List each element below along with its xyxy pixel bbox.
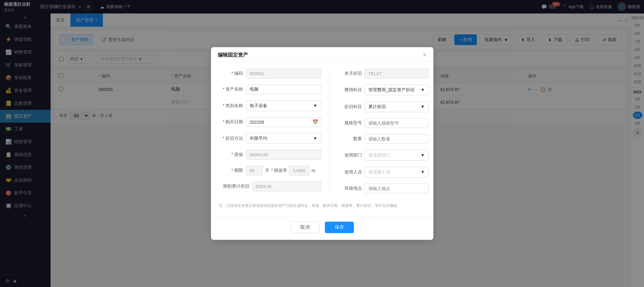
code-input[interactable] <box>246 69 321 78</box>
spec-input[interactable] <box>365 118 429 128</box>
expense-subject-label: 费用科目 <box>338 87 362 93</box>
location-label: 存放地点 <box>338 185 362 191</box>
form-row-monthly-depreciation: 本月折旧 <box>338 69 429 78</box>
residual-rate-input[interactable] <box>289 166 309 176</box>
asset-name-label: * 资产名称 <box>219 86 243 92</box>
modal-note: 注：已经存在变更记录或者对应固定资产已经生成凭证，原值、购买日期、残值率、累计折… <box>219 199 425 210</box>
monthly-depreciation-label: 本月折旧 <box>338 70 362 76</box>
asset-name-input[interactable] <box>246 85 321 94</box>
edit-asset-modal: 编辑固定资产 × * 编码 * 资产名称 <box>211 47 433 240</box>
form-row-quantity: 数量 <box>338 134 429 144</box>
modal-header: 编辑固定资产 × <box>211 47 433 62</box>
chevron-down-icon: ▼ <box>421 169 425 174</box>
quantity-label: 数量 <box>338 136 362 142</box>
form-row-location: 存放地点 <box>338 184 429 193</box>
form-row-depreciation-method: * 折旧方法 年限平均 ▼ <box>219 133 321 144</box>
form-row-period: * 期限 月 * 残值率 % <box>219 166 321 176</box>
form-row-user: 使用人员 请选择人员 ▼ <box>338 167 429 178</box>
chevron-down-icon: ▼ <box>421 104 425 109</box>
category-select[interactable]: 电子设备 ▼ <box>246 100 321 111</box>
form-row-code: * 编码 <box>219 69 321 78</box>
residual-rate-label: * 残值率 <box>271 167 287 173</box>
location-input[interactable] <box>365 184 429 193</box>
modal-body: * 编码 * 资产名称 * 类别名称 电子设备 ▼ <box>211 62 433 217</box>
period-label: * 期限 <box>219 167 243 173</box>
quantity-input[interactable] <box>365 134 429 144</box>
form-row-purchase-date: * 购买日期 📅 <box>219 117 321 127</box>
form-row-initial-depreciation: 期初累计折旧 <box>219 182 321 191</box>
modal-close-btn[interactable]: × <box>423 52 427 58</box>
department-label: 使用部门 <box>338 152 362 158</box>
chevron-down-icon: ▼ <box>421 87 425 92</box>
modal-footer: 取消 保存 <box>211 217 433 240</box>
depreciation-subject-select[interactable]: 累计折旧 ▼ <box>365 101 429 112</box>
initial-depreciation-label: 期初累计折旧 <box>219 183 249 189</box>
form-row-asset-name: * 资产名称 <box>219 85 321 94</box>
form-row-depreciation-subject: 折旧科目 累计折旧 ▼ <box>338 101 429 112</box>
form-row-department: 使用部门 请选择部门 ▼ <box>338 150 429 161</box>
period-unit: 月 <box>265 167 269 173</box>
chevron-down-icon: ▼ <box>313 103 317 108</box>
original-value-input[interactable] <box>246 150 321 160</box>
user-label: 使用人员 <box>338 169 362 175</box>
purchase-date-input[interactable] <box>246 118 310 127</box>
form-row-original-value: * 原值 <box>219 150 321 160</box>
monthly-depreciation-input[interactable] <box>365 69 429 78</box>
period-group: 月 * 残值率 % <box>246 166 321 176</box>
depreciation-subject-label: 折旧科目 <box>338 104 362 110</box>
form-row-expense-subject: 费用科目 管理费用_固定资产折旧 ▼ <box>338 85 429 95</box>
spec-label: 规格型号 <box>338 120 362 126</box>
chevron-down-icon: ▼ <box>313 136 317 141</box>
chevron-down-icon: ▼ <box>421 153 425 158</box>
form-row-spec: 规格型号 <box>338 118 429 128</box>
period-input[interactable] <box>246 166 263 176</box>
form-row-category: * 类别名称 电子设备 ▼ <box>219 100 321 111</box>
purchase-date-label: * 购买日期 <box>219 119 243 125</box>
modal-title: 编辑固定资产 <box>218 52 248 58</box>
save-button[interactable]: 保存 <box>325 222 354 233</box>
modal-overlay: 编辑固定资产 × * 编码 * 资产名称 <box>0 0 644 287</box>
original-value-label: * 原值 <box>219 152 243 158</box>
initial-depreciation-input[interactable] <box>252 182 321 191</box>
modal-form-grid: * 编码 * 资产名称 * 类别名称 电子设备 ▼ <box>219 69 425 199</box>
depreciation-method-label: * 折旧方法 <box>219 135 243 141</box>
modal-left-col: * 编码 * 资产名称 * 类别名称 电子设备 ▼ <box>219 69 321 199</box>
modal-right-col: 本月折旧 费用科目 管理费用_固定资产折旧 ▼ 折旧科目 <box>329 69 429 199</box>
depreciation-method-select[interactable]: 年限平均 ▼ <box>246 133 321 144</box>
code-label: * 编码 <box>219 70 243 76</box>
calendar-icon[interactable]: 📅 <box>310 119 321 125</box>
user-select[interactable]: 请选择人员 ▼ <box>365 167 429 178</box>
department-select[interactable]: 请选择部门 ▼ <box>365 150 429 161</box>
residual-rate-unit: % <box>311 168 315 173</box>
category-label: * 类别名称 <box>219 103 243 109</box>
cancel-button[interactable]: 取消 <box>290 222 319 233</box>
expense-subject-select[interactable]: 管理费用_固定资产折旧 ▼ <box>365 85 429 95</box>
